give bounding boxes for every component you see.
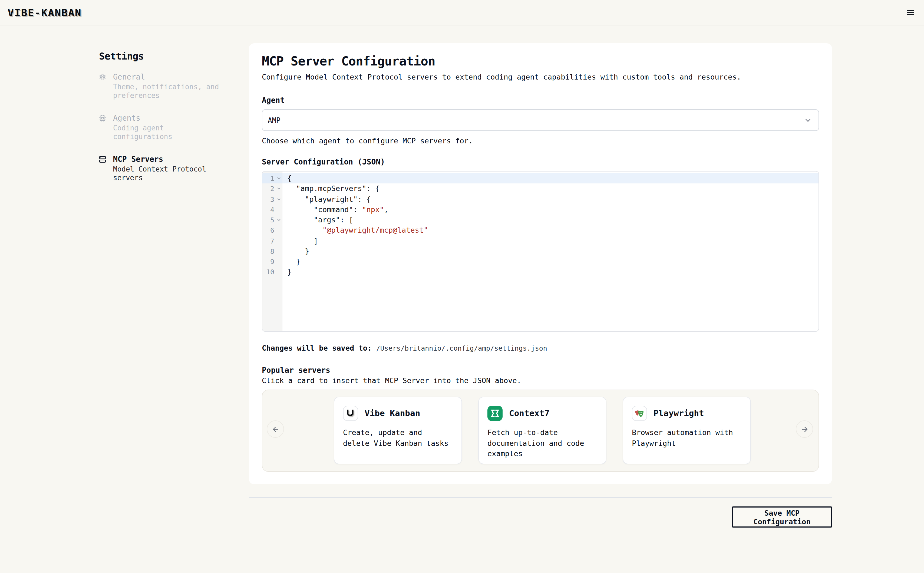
page-title: MCP Server Configuration xyxy=(262,54,819,68)
agent-select-value: AMP xyxy=(268,116,280,124)
agent-help-text: Choose which agent to configure MCP serv… xyxy=(262,136,819,146)
sidebar-item-label: Agents xyxy=(113,114,224,123)
code-line: "playwright": { xyxy=(282,194,819,205)
sidebar-item-description: Model Context Protocol servers xyxy=(113,165,224,182)
mcp-config-card: MCP Server Configuration Configure Model… xyxy=(249,43,832,484)
save-mcp-configuration-button[interactable]: Save MCP Configuration xyxy=(732,506,832,528)
carousel-prev-button[interactable] xyxy=(267,420,284,438)
popular-servers-carousel: Vibe Kanban Create, update and delete Vi… xyxy=(262,390,819,472)
server-card-playwright[interactable]: Playwright Browser automation with Playw… xyxy=(623,397,751,464)
gutter-line: 5 xyxy=(263,215,282,225)
settings-sidebar: Settings General Theme, notifications, a… xyxy=(99,50,224,196)
editor-code[interactable]: { "amp.mcpServers": { "playwright": { "c… xyxy=(282,172,819,331)
fold-chevron-icon[interactable] xyxy=(275,196,282,202)
server-card-description: Browser automation with Playwright xyxy=(632,427,742,449)
save-path-value: /Users/britannio/.config/amp/settings.js… xyxy=(376,344,547,352)
vibe-kanban-icon xyxy=(343,406,358,421)
gutter-line: 10 xyxy=(263,267,282,277)
app-root: VIBE-KANBAN Settings General Theme, noti… xyxy=(0,0,924,573)
menu-button[interactable] xyxy=(905,7,916,17)
agent-select[interactable]: AMP xyxy=(262,109,819,131)
line-number: 9 xyxy=(263,258,275,266)
chevron-down-icon xyxy=(804,116,812,124)
code-line: } xyxy=(282,246,819,257)
gutter-line: 8 xyxy=(263,246,282,257)
server-card-title: Playwright xyxy=(654,409,704,418)
gutter-line: 9 xyxy=(263,257,282,267)
agent-label: Agent xyxy=(262,96,819,105)
sidebar-item-label: General xyxy=(113,72,224,82)
sidebar-item-general[interactable]: General Theme, notifications, and prefer… xyxy=(99,72,224,100)
editor-gutter: 12345678910 xyxy=(263,172,282,331)
code-line: ] xyxy=(282,236,819,246)
server-card-vibe-kanban[interactable]: Vibe Kanban Create, update and delete Vi… xyxy=(334,397,462,464)
line-number: 10 xyxy=(263,268,275,276)
carousel-next-button[interactable] xyxy=(796,420,813,438)
playwright-masks-icon xyxy=(632,406,647,421)
cpu-icon xyxy=(99,115,106,122)
popular-servers-title: Popular servers xyxy=(262,366,819,375)
server-card-description: Create, update and delete Vibe Kanban ta… xyxy=(343,427,453,449)
code-line: "amp.mcpServers": { xyxy=(282,184,819,194)
server-icon xyxy=(99,156,106,163)
sidebar-item-label: MCP Servers xyxy=(113,155,224,164)
server-cards-row: Vibe Kanban Create, update and delete Vi… xyxy=(334,397,751,464)
gutter-line: 7 xyxy=(263,236,282,246)
save-path-note: Changes will be saved to: /Users/britann… xyxy=(262,344,819,353)
line-number: 4 xyxy=(263,206,275,214)
line-number: 6 xyxy=(263,227,275,235)
sidebar-item-description: Theme, notifications, and preferences xyxy=(113,83,224,100)
gutter-line: 6 xyxy=(263,225,282,236)
sidebar-item-description: Coding agent configurations xyxy=(113,124,224,141)
gutter-line: 2 xyxy=(263,184,282,194)
page-subtitle: Configure Model Context Protocol servers… xyxy=(262,72,819,82)
fold-chevron-icon[interactable] xyxy=(275,175,282,182)
sidebar-item-mcp-servers[interactable]: MCP Servers Model Context Protocol serve… xyxy=(99,155,224,182)
gutter-line: 3 xyxy=(263,194,282,205)
line-number: 1 xyxy=(263,174,275,182)
server-card-title: Context7 xyxy=(509,409,549,418)
fold-chevron-icon[interactable] xyxy=(275,186,282,192)
server-card-description: Fetch up-to-date documentation and code … xyxy=(488,427,597,459)
sidebar-item-agents[interactable]: Agents Coding agent configurations xyxy=(99,114,224,141)
code-line: } xyxy=(282,267,819,277)
footer-divider xyxy=(249,497,832,498)
line-number: 2 xyxy=(263,185,275,193)
code-line: { xyxy=(282,173,819,184)
line-number: 5 xyxy=(263,216,275,224)
app-header: VIBE-KANBAN xyxy=(0,0,924,25)
app-logo[interactable]: VIBE-KANBAN xyxy=(8,6,82,19)
sidebar-title: Settings xyxy=(99,50,224,62)
context7-icon xyxy=(488,406,503,421)
code-line: "command": "npx", xyxy=(282,205,819,215)
fold-chevron-icon[interactable] xyxy=(275,217,282,223)
json-editor-label: Server Configuration (JSON) xyxy=(262,157,819,167)
gutter-line: 1 xyxy=(263,173,282,184)
code-line: "args": [ xyxy=(282,215,819,225)
code-line: "@playwright/mcp@latest" xyxy=(282,225,819,236)
sidebar-nav: General Theme, notifications, and prefer… xyxy=(99,72,224,182)
server-card-title: Vibe Kanban xyxy=(364,409,420,418)
popular-servers-subtitle: Click a card to insert that MCP Server i… xyxy=(262,376,819,385)
line-number: 3 xyxy=(263,195,275,203)
line-number: 8 xyxy=(263,247,275,255)
gear-icon xyxy=(99,74,106,81)
server-card-context7[interactable]: Context7 Fetch up-to-date documentation … xyxy=(478,397,607,464)
json-editor[interactable]: 12345678910 { "amp.mcpServers": { "playw… xyxy=(262,171,819,332)
gutter-line: 4 xyxy=(263,205,282,215)
save-path-label: Changes will be saved to: xyxy=(262,344,372,352)
line-number: 7 xyxy=(263,237,275,245)
code-line: } xyxy=(282,257,819,267)
